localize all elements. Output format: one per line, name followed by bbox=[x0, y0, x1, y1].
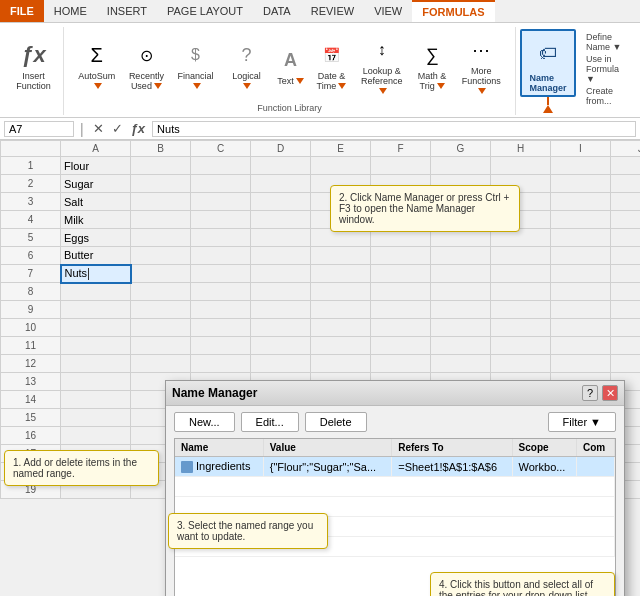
cell[interactable] bbox=[61, 337, 131, 355]
cell[interactable] bbox=[491, 157, 551, 175]
cell[interactable] bbox=[611, 157, 641, 175]
cell[interactable] bbox=[491, 319, 551, 337]
recently-used-button[interactable]: ⊙ RecentlyUsed bbox=[125, 37, 167, 93]
cell[interactable] bbox=[191, 175, 251, 193]
cell[interactable] bbox=[61, 391, 131, 409]
cell[interactable] bbox=[611, 337, 641, 355]
cell[interactable] bbox=[131, 319, 191, 337]
cell[interactable] bbox=[551, 211, 611, 229]
cell[interactable] bbox=[431, 157, 491, 175]
cell[interactable] bbox=[371, 337, 431, 355]
cell[interactable] bbox=[371, 301, 431, 319]
table-row[interactable]: 12 bbox=[1, 355, 641, 373]
cell[interactable] bbox=[431, 355, 491, 373]
cell[interactable] bbox=[61, 301, 131, 319]
cell[interactable] bbox=[251, 157, 311, 175]
cell[interactable] bbox=[311, 283, 371, 301]
text-button[interactable]: A Text bbox=[271, 42, 310, 88]
cell[interactable] bbox=[551, 229, 611, 247]
cell[interactable] bbox=[191, 211, 251, 229]
cell[interactable] bbox=[371, 157, 431, 175]
use-in-formula-item[interactable]: Use inFormula ▼ bbox=[586, 53, 628, 85]
cell[interactable] bbox=[551, 319, 611, 337]
cell[interactable] bbox=[191, 283, 251, 301]
tab-formulas[interactable]: FORMULAS bbox=[412, 0, 494, 22]
cell[interactable] bbox=[131, 283, 191, 301]
name-box[interactable] bbox=[4, 121, 74, 137]
table-row[interactable]: 6Butter bbox=[1, 247, 641, 265]
cell[interactable] bbox=[551, 193, 611, 211]
tab-view[interactable]: VIEW bbox=[364, 0, 412, 22]
cell[interactable]: Milk bbox=[61, 211, 131, 229]
tab-file[interactable]: FILE bbox=[0, 0, 44, 22]
cell[interactable]: Flour bbox=[61, 157, 131, 175]
table-row[interactable]: 1Flour bbox=[1, 157, 641, 175]
cell[interactable] bbox=[61, 283, 131, 301]
cell[interactable] bbox=[311, 301, 371, 319]
cell[interactable] bbox=[611, 247, 641, 265]
table-row[interactable]: 8 bbox=[1, 283, 641, 301]
cell[interactable] bbox=[131, 193, 191, 211]
cell[interactable] bbox=[311, 355, 371, 373]
cell[interactable] bbox=[551, 157, 611, 175]
cell[interactable] bbox=[191, 247, 251, 265]
cell[interactable] bbox=[611, 301, 641, 319]
dialog-help-button[interactable]: ? bbox=[582, 385, 598, 401]
cell[interactable] bbox=[491, 283, 551, 301]
cell[interactable] bbox=[431, 301, 491, 319]
cell[interactable] bbox=[431, 265, 491, 283]
tab-insert[interactable]: INSERT bbox=[97, 0, 157, 22]
cell[interactable] bbox=[251, 193, 311, 211]
cell[interactable] bbox=[61, 373, 131, 391]
cell[interactable] bbox=[251, 175, 311, 193]
cell[interactable] bbox=[311, 157, 371, 175]
cell[interactable] bbox=[551, 175, 611, 193]
date-time-button[interactable]: 📅 Date &Time bbox=[312, 37, 351, 93]
cell[interactable] bbox=[611, 211, 641, 229]
cell[interactable] bbox=[611, 193, 641, 211]
cell[interactable] bbox=[251, 247, 311, 265]
cell[interactable] bbox=[491, 265, 551, 283]
cell[interactable]: Salt bbox=[61, 193, 131, 211]
cell[interactable] bbox=[491, 355, 551, 373]
cell[interactable] bbox=[191, 157, 251, 175]
table-row[interactable]: 9 bbox=[1, 301, 641, 319]
cell[interactable] bbox=[191, 319, 251, 337]
named-range-row[interactable]: Ingredients {"Flour";"Sugar";"Sa... =She… bbox=[175, 457, 615, 477]
tab-page-layout[interactable]: PAGE LAYOUT bbox=[157, 0, 253, 22]
cell[interactable] bbox=[251, 355, 311, 373]
cell[interactable] bbox=[251, 211, 311, 229]
cell[interactable] bbox=[371, 283, 431, 301]
cell[interactable] bbox=[491, 247, 551, 265]
cell[interactable] bbox=[551, 247, 611, 265]
cell[interactable] bbox=[491, 301, 551, 319]
cell[interactable] bbox=[311, 319, 371, 337]
cell[interactable] bbox=[431, 283, 491, 301]
insert-function-bar-button[interactable]: ƒx bbox=[128, 120, 148, 137]
cell[interactable] bbox=[611, 319, 641, 337]
cell[interactable] bbox=[611, 229, 641, 247]
name-manager-button[interactable]: 🏷 NameManager bbox=[520, 29, 576, 97]
cell[interactable]: Eggs bbox=[61, 229, 131, 247]
create-from-selection-item[interactable]: Createfrom... bbox=[586, 85, 628, 107]
delete-button[interactable]: Delete bbox=[305, 412, 367, 432]
cancel-formula-button[interactable]: ✕ bbox=[90, 120, 107, 137]
cell[interactable] bbox=[131, 355, 191, 373]
cell[interactable] bbox=[371, 247, 431, 265]
cell[interactable] bbox=[191, 229, 251, 247]
insert-function-button[interactable]: ƒx InsertFunction bbox=[12, 37, 55, 93]
table-row[interactable]: 5Eggs bbox=[1, 229, 641, 247]
dialog-close-x-button[interactable]: ✕ bbox=[602, 385, 618, 401]
lookup-ref-button[interactable]: ↕ Lookup &Reference bbox=[353, 32, 411, 98]
logical-button[interactable]: ? Logical bbox=[224, 37, 269, 93]
cell[interactable] bbox=[191, 301, 251, 319]
autosum-button[interactable]: Σ AutoSum bbox=[70, 37, 123, 93]
cell[interactable] bbox=[251, 337, 311, 355]
cell[interactable] bbox=[611, 355, 641, 373]
cell[interactable] bbox=[61, 355, 131, 373]
cell[interactable] bbox=[131, 301, 191, 319]
cell[interactable] bbox=[191, 265, 251, 283]
cell[interactable] bbox=[191, 355, 251, 373]
table-row[interactable]: 11 bbox=[1, 337, 641, 355]
cell[interactable]: Sugar bbox=[61, 175, 131, 193]
